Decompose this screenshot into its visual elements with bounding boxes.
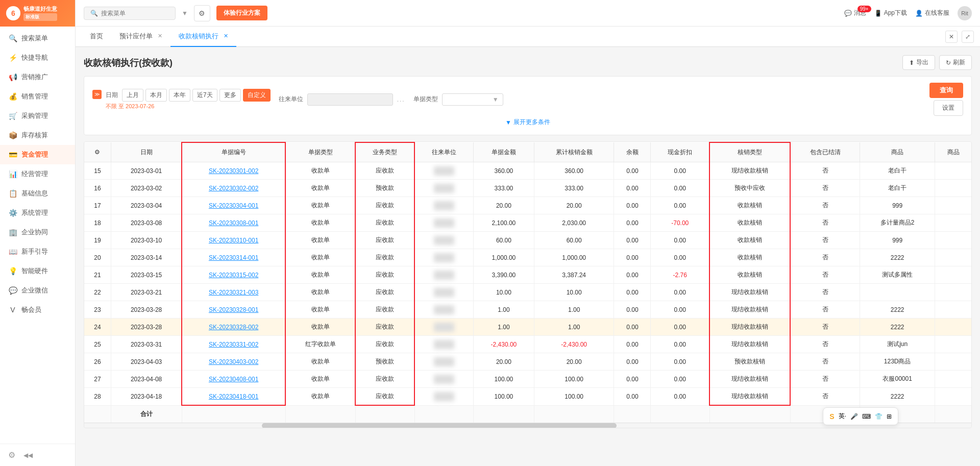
cell-11: 否 bbox=[790, 249, 860, 266]
cell-5 bbox=[414, 336, 473, 353]
dropdown-chevron-icon[interactable]: ▼ bbox=[182, 10, 188, 17]
sidebar-item-quick[interactable]: ⚡ 快捷导航 bbox=[0, 48, 75, 67]
last-month-btn[interactable]: 上月 bbox=[122, 89, 143, 102]
cell-2: SK-20230408-001 bbox=[182, 371, 285, 388]
bill-no-link[interactable]: SK-20230302-002 bbox=[209, 185, 258, 192]
bill-no-link[interactable]: SK-20230328-001 bbox=[209, 306, 258, 313]
export-btn[interactable]: ⬆ 导出 bbox=[902, 55, 935, 70]
custom-date-btn[interactable]: 自定义 bbox=[243, 89, 271, 102]
online-service-btn[interactable]: 👤 在线客服 bbox=[915, 9, 949, 17]
cell-7: 20.00 bbox=[534, 197, 614, 214]
more-date-btn[interactable]: 更多 bbox=[219, 89, 241, 102]
bill-type-select[interactable]: ▼ bbox=[442, 93, 503, 106]
cell-0: 18 bbox=[84, 214, 111, 232]
sidebar-item-member[interactable]: V 畅会员 bbox=[0, 300, 75, 320]
bill-no-link[interactable]: SK-20230418-001 bbox=[209, 393, 258, 400]
cell-2: SK-20230315-002 bbox=[182, 266, 285, 284]
tab-collection-close[interactable]: ✕ bbox=[224, 33, 228, 39]
footer-cell-8 bbox=[614, 405, 651, 423]
this-month-btn[interactable]: 本月 bbox=[145, 89, 167, 102]
solution-button[interactable]: 体验行业方案 bbox=[216, 6, 267, 20]
collapse-icon[interactable]: ◀◀ bbox=[23, 452, 33, 459]
table-row: 192023-03-10SK-20230310-001收款单应收款60.0060… bbox=[84, 232, 971, 249]
user-avatar[interactable]: Rit bbox=[958, 6, 972, 20]
bill-no-link[interactable]: SK-20230403-002 bbox=[209, 358, 258, 365]
service-icon: 👤 bbox=[915, 10, 923, 17]
sidebar-item-operations[interactable]: 📊 经营管理 bbox=[0, 164, 75, 184]
sidebar-item-sales[interactable]: 💰 销售管理 bbox=[0, 87, 75, 106]
cell-6: 2,100.00 bbox=[473, 214, 534, 232]
cell-10: 预收中应收 bbox=[709, 180, 790, 197]
bill-no-link[interactable]: SK-20230308-001 bbox=[209, 219, 258, 227]
tab-home[interactable]: 首页 bbox=[82, 27, 111, 47]
sidebar-item-inventory[interactable]: 📦 库存核算 bbox=[0, 126, 75, 145]
cell-12: 测试jun bbox=[860, 336, 935, 353]
bill-no-link[interactable]: SK-20230310-001 bbox=[209, 237, 258, 244]
cell-7: 360.00 bbox=[534, 162, 614, 180]
bill-no-link[interactable]: SK-20230331-002 bbox=[209, 341, 258, 348]
filter-toggle-btn[interactable]: ≫ bbox=[92, 90, 102, 99]
tab-prepay-close[interactable]: ✕ bbox=[158, 33, 162, 39]
search-box[interactable]: 🔍 bbox=[84, 7, 176, 20]
expand-more-btn[interactable]: ▼ 展开更多条件 bbox=[92, 116, 963, 129]
search-input[interactable] bbox=[101, 10, 169, 17]
settings-button[interactable]: 设置 bbox=[934, 100, 963, 116]
settings-gear-btn[interactable]: ⚙ bbox=[194, 5, 210, 21]
horizontal-scrollbar[interactable] bbox=[262, 423, 617, 428]
tab-collection[interactable]: 收款核销执行 ✕ bbox=[170, 27, 236, 47]
bill-no-link[interactable]: SK-20230304-001 bbox=[209, 202, 258, 209]
footer-cell-7 bbox=[534, 405, 614, 423]
sidebar-item-hardware[interactable]: 💡 智能硬件 bbox=[0, 261, 75, 281]
partner-input[interactable] bbox=[307, 93, 393, 106]
cell-13 bbox=[935, 266, 971, 284]
shirt-icon[interactable]: 👕 bbox=[875, 413, 883, 420]
sidebar-item-finance[interactable]: 💳 资金管理 bbox=[0, 145, 75, 164]
this-year-btn[interactable]: 本年 bbox=[169, 89, 190, 102]
tab-close-btn[interactable]: ✕ bbox=[945, 31, 958, 43]
export-icon: ⬆ bbox=[909, 59, 914, 66]
messages-btn[interactable]: 💬 消息 99+ bbox=[844, 9, 866, 17]
bill-no-link[interactable]: SK-20230301-002 bbox=[209, 167, 258, 175]
cell-8: 0.00 bbox=[614, 266, 651, 284]
mic-icon[interactable]: 🎤 bbox=[850, 413, 858, 420]
cell-4: 应收款 bbox=[355, 214, 414, 232]
keyboard-icon[interactable]: ⌨ bbox=[862, 413, 871, 420]
bill-no-link[interactable]: SK-20230314-001 bbox=[209, 254, 258, 261]
tab-expand-btn[interactable]: ⤢ bbox=[962, 31, 974, 43]
bill-no-link[interactable]: SK-20230315-002 bbox=[209, 272, 258, 279]
last-7days-btn[interactable]: 近7天 bbox=[192, 89, 217, 102]
cell-9: 0.00 bbox=[651, 388, 709, 406]
sidebar-item-purchase[interactable]: 🛒 采购管理 bbox=[0, 106, 75, 126]
settings-icon[interactable]: ⚙ bbox=[8, 450, 15, 460]
footer-cell-2 bbox=[182, 405, 285, 423]
col-bill-no: 单据编号 bbox=[182, 142, 285, 162]
bill-no-link[interactable]: SK-20230321-003 bbox=[209, 289, 258, 296]
refresh-btn[interactable]: ↻ 刷新 bbox=[939, 55, 972, 70]
query-button[interactable]: 查询 bbox=[929, 83, 963, 98]
cell-11: 否 bbox=[790, 353, 860, 371]
sidebar-item-guide[interactable]: 📖 新手引导 bbox=[0, 242, 75, 261]
sidebar-item-corp[interactable]: 🏢 企业协同 bbox=[0, 223, 75, 242]
cell-4: 预收款 bbox=[355, 180, 414, 197]
cell-1: 2023-03-10 bbox=[111, 232, 182, 249]
col-settings[interactable]: ⚙ bbox=[84, 142, 111, 162]
bill-no-link[interactable]: SK-20230328-002 bbox=[209, 324, 258, 331]
page-actions: ⬆ 导出 ↻ 刷新 bbox=[902, 55, 972, 70]
blurred-partner bbox=[434, 340, 454, 349]
sidebar-item-marketing[interactable]: 📢 营销推广 bbox=[0, 67, 75, 87]
blurred-partner bbox=[434, 253, 454, 262]
cell-11: 否 bbox=[790, 284, 860, 301]
sidebar-item-search[interactable]: 🔍 搜索菜单 bbox=[0, 29, 75, 48]
app-download-btn[interactable]: 📱 App下载 bbox=[874, 9, 907, 17]
table-row: 252023-03-31SK-20230331-002红字收款单应收款-2,43… bbox=[84, 336, 971, 353]
sidebar-label-guide: 新手引导 bbox=[21, 247, 48, 256]
cell-3: 收款单 bbox=[285, 214, 355, 232]
sidebar-item-system[interactable]: ⚙️ 系统管理 bbox=[0, 203, 75, 223]
sidebar-item-basic[interactable]: 📋 基础信息 bbox=[0, 184, 75, 203]
cell-2: SK-20230301-002 bbox=[182, 162, 285, 180]
sidebar-item-wechat[interactable]: 💬 企业微信 bbox=[0, 281, 75, 300]
bill-no-link[interactable]: SK-20230408-001 bbox=[209, 376, 258, 383]
tab-prepay[interactable]: 预计应付单 ✕ bbox=[111, 27, 170, 47]
date-filter: 日期 上月 本月 本年 近7天 更多 自定义 不限 至 2023-07-26 bbox=[106, 89, 271, 110]
grid-icon[interactable]: ⊞ bbox=[887, 413, 892, 420]
